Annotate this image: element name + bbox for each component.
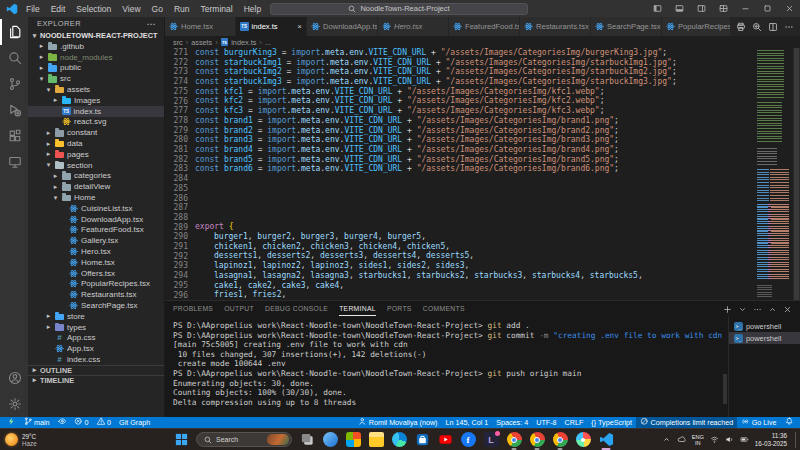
tree-file-searchpage-tsx[interactable]: SearchPage.tsx — [28, 300, 164, 311]
taskbar-start-icon[interactable] — [173, 432, 189, 448]
menu-item-help[interactable]: Help — [244, 4, 261, 14]
taskbar-file-explorer-icon[interactable] — [368, 432, 384, 448]
activitybar-extensions-icon[interactable] — [0, 123, 28, 149]
new-terminal-icon[interactable] — [723, 300, 732, 318]
taskbar-app-l-icon[interactable]: L — [483, 432, 499, 448]
panel-tab-terminal[interactable]: TERMINAL — [339, 301, 376, 316]
tab-searchpage-tsx[interactable]: SearchPage.tsx — [591, 17, 662, 36]
sidebar-section-outline[interactable]: ▸OUTLINE — [28, 365, 164, 375]
terminal-session-powershell[interactable]: >_powershell — [729, 332, 800, 344]
tab-close-icon[interactable]: × — [297, 22, 302, 31]
panel-more-icon[interactable] — [753, 300, 762, 318]
window-close-button[interactable] — [778, 0, 800, 17]
tree-file-react-svg[interactable]: react.svg — [28, 117, 164, 128]
activitybar-search-icon[interactable] — [0, 45, 28, 71]
breadcrumb-item-index-ts[interactable]: index.ts — [231, 38, 256, 47]
panel-tab-output[interactable]: OUTPUT — [224, 301, 254, 316]
tree-file-app-css[interactable]: #App.css — [28, 333, 164, 344]
close-panel-icon[interactable] — [783, 300, 792, 318]
status-go-live[interactable]: Go Live — [737, 417, 780, 428]
tree-folder-section[interactable]: ▾section — [28, 160, 164, 171]
tree-folder-public[interactable]: ▸public — [28, 63, 164, 74]
tree-folder-constant[interactable]: ▸constant — [28, 127, 164, 138]
tree-folder-home[interactable]: ▾Home — [28, 192, 164, 203]
breadcrumb[interactable]: src›assets›TSindex.ts›... — [165, 36, 800, 48]
tree-file-gallery-tsx[interactable]: Gallery.tsx — [28, 235, 164, 246]
panel-tab-comments[interactable]: COMMENTS — [423, 301, 465, 316]
tree-folder-categories[interactable]: ▸categories — [28, 171, 164, 182]
battery-icon[interactable] — [740, 435, 749, 444]
tab-home-tsx[interactable]: Home.tsx — [165, 17, 236, 36]
taskbar-store-icon[interactable] — [414, 432, 430, 448]
tree-folder-pages[interactable]: ▸pages — [28, 149, 164, 160]
status-watch[interactable] — [54, 417, 71, 428]
taskbar-chrome-1-icon[interactable] — [506, 432, 522, 448]
tree-file-cuisinelist-tsx[interactable]: CuisineList.tsx — [28, 203, 164, 214]
taskbar-search-box[interactable]: Search — [196, 432, 292, 447]
taskbar-clock[interactable]: 11:36 16-03-2025 — [755, 432, 787, 446]
taskbar-microsoft-365-icon[interactable] — [345, 432, 361, 448]
taskbar-copilot-icon[interactable] — [322, 432, 338, 448]
terminal-output[interactable]: PS D:\AApropelius work\React-Noodle-town… — [165, 316, 722, 417]
status-errors[interactable]: 0 — [70, 417, 93, 428]
split-editor-icon[interactable] — [768, 18, 778, 36]
menu-item-view[interactable]: View — [122, 4, 140, 14]
tree-file-offers-tsx[interactable]: Offers.tsx — [28, 268, 164, 279]
tree-folder-store[interactable]: ▸store — [28, 311, 164, 322]
status-warnings[interactable]: 0 — [93, 417, 116, 428]
tree-folder-assets[interactable]: ▾assets — [28, 84, 164, 95]
taskbar-youtube-icon[interactable] — [437, 432, 453, 448]
tray-chevron-up-icon[interactable] — [662, 435, 671, 444]
tree-folder-images[interactable]: ▸Images — [28, 95, 164, 106]
breadcrumb-item-assets[interactable]: assets — [191, 38, 212, 47]
tree-folder--github[interactable]: ▸.github — [28, 41, 164, 52]
panel-tab-ports[interactable]: PORTS — [387, 301, 412, 316]
explorer-more-actions-icon[interactable]: ⋯ — [147, 19, 156, 29]
window-maximize-button[interactable] — [756, 0, 778, 17]
command-center-search[interactable]: NoodleTown-React-Project — [270, 3, 528, 15]
menu-item-edit[interactable]: Edit — [51, 4, 66, 14]
open-changes-icon[interactable] — [752, 18, 762, 36]
tab-restaurants-tsx[interactable]: Restaurants.tsx — [520, 17, 591, 36]
onedrive-cloud-icon[interactable] — [677, 435, 686, 444]
tree-file-app-tsx[interactable]: App.tsx — [28, 343, 164, 354]
code-editor[interactable]: 2712722732742752762772782792802812822832… — [165, 48, 800, 300]
tab-downloadapp-tsx[interactable]: DownloadApp.tsx — [307, 17, 378, 36]
taskbar-chrome-2-icon[interactable] — [529, 432, 545, 448]
taskbar-vscode-icon[interactable] — [598, 432, 614, 448]
panel-tab-debug-console[interactable]: DEBUG CONSOLE — [265, 301, 328, 316]
tree-file-home-tsx[interactable]: Home.tsx — [28, 257, 164, 268]
status-live-share-user[interactable]: Romil Movaliya (now) — [354, 417, 441, 428]
menu-item-run[interactable]: Run — [174, 4, 190, 14]
tree-file-hero-tsx[interactable]: Hero.tsx — [28, 246, 164, 257]
toggle-primary-sidebar-icon[interactable] — [646, 0, 668, 17]
breadcrumb-item-src[interactable]: src — [173, 38, 183, 47]
minimap[interactable] — [755, 48, 793, 300]
taskbar-weather-widget[interactable]: 29°C Haze — [5, 433, 37, 447]
menu-item-go[interactable]: Go — [152, 4, 163, 14]
activitybar-source-control-icon[interactable] — [0, 71, 28, 97]
activitybar-explorer-icon[interactable] — [0, 19, 28, 45]
tree-file-index-css[interactable]: #index.css — [28, 354, 164, 365]
language-indicator[interactable]: ENG IN — [692, 434, 704, 446]
volume-icon[interactable] — [725, 435, 734, 444]
more-actions-icon[interactable] — [784, 18, 794, 36]
status-indentation[interactable]: Spaces: 4 — [492, 417, 532, 428]
taskbar-edge-icon[interactable] — [391, 432, 407, 448]
editor-scrollbar[interactable] — [793, 48, 800, 300]
tree-folder-src[interactable]: ▾src — [28, 73, 164, 84]
status-copilot-status[interactable]: Completions limit reached — [636, 417, 737, 428]
tree-folder-data[interactable]: ▸data — [28, 138, 164, 149]
taskbar-photos-icon[interactable] — [575, 432, 591, 448]
status-remote-indicator[interactable] — [3, 417, 20, 428]
tree-file-restaurants-tsx[interactable]: Restaurants.tsx — [28, 289, 164, 300]
tab-popularrecipes-tsx[interactable]: PopularRecipes.tsx — [662, 17, 730, 36]
show-desktop-button[interactable] — [795, 432, 797, 448]
maximize-panel-icon[interactable] — [768, 300, 777, 318]
status-git-graph[interactable]: Git Graph — [115, 417, 154, 428]
tab-index-ts[interactable]: TSindex.ts× — [236, 17, 307, 36]
status-cursor-position[interactable]: Ln 145, Col 1 — [441, 417, 492, 428]
tab-hero-tsx[interactable]: Hero.tsx — [378, 17, 449, 36]
activitybar-run-debug-icon[interactable] — [0, 97, 28, 123]
tree-folder-detailview[interactable]: ▸detailView — [28, 181, 164, 192]
